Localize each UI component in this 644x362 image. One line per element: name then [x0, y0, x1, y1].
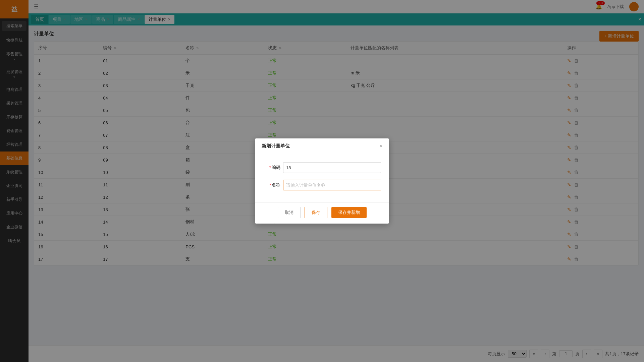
name-form-row: 名称 [263, 180, 381, 190]
save-button[interactable]: 保存 [305, 207, 327, 218]
name-label: 名称 [263, 182, 283, 188]
modal-overlay: 新增计量单位 × 编码 名称 取消 保存 保存并新增 [0, 0, 644, 362]
modal-title: 新增计量单位 [262, 143, 290, 149]
add-unit-modal: 新增计量单位 × 编码 名称 取消 保存 保存并新增 [255, 138, 389, 224]
modal-body: 编码 名称 [255, 154, 389, 202]
modal-header: 新增计量单位 × [255, 138, 389, 154]
name-input[interactable] [283, 180, 381, 190]
modal-footer: 取消 保存 保存并新增 [255, 202, 389, 224]
code-input[interactable] [283, 162, 381, 173]
save-and-new-button[interactable]: 保存并新增 [331, 207, 367, 218]
code-label: 编码 [263, 165, 283, 171]
modal-close-button[interactable]: × [379, 143, 382, 149]
cancel-button[interactable]: 取消 [278, 207, 301, 218]
code-form-row: 编码 [263, 162, 381, 173]
